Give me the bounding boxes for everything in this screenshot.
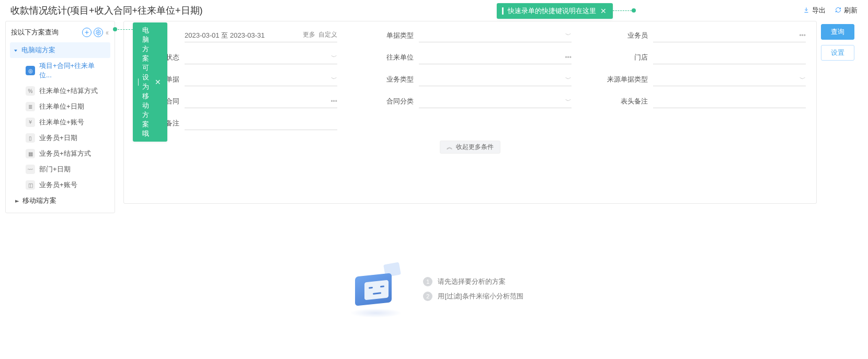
bill-status-select[interactable]: ﹀ xyxy=(185,51,337,64)
date-input[interactable]: 2023-03-01 至 2023-03-31 更多 自定义 xyxy=(185,29,337,42)
tree-group-desktop[interactable]: ▼ 电脑端方案 xyxy=(10,42,110,58)
export-button[interactable]: 导出 xyxy=(803,6,826,15)
caret-down-icon: ▼ xyxy=(13,48,18,52)
field-label: 门店 xyxy=(603,53,648,64)
step-number-icon: 1 xyxy=(423,277,432,286)
cube-icon: ◫ xyxy=(26,180,35,190)
tip-scheme-close-icon[interactable]: ✕ xyxy=(155,78,161,86)
field-source-bill-type: 来源单据类型 ﹀ xyxy=(603,73,806,86)
tree-item-unit-account[interactable]: ￥ 往来单位+账号 xyxy=(10,114,110,130)
more-dots-icon: ••• xyxy=(563,54,572,61)
tree-item-sales-settle[interactable]: ▦ 业务员+结算方式 xyxy=(10,146,110,161)
percent-icon: % xyxy=(26,86,35,96)
page-header: 收款情况统计(项目+收入合同+往来单位+日期) 快速录单的快捷键说明在这里 ✕ … xyxy=(0,0,868,21)
grid-icon: ▦ xyxy=(26,149,35,158)
chevron-down-icon: ﹀ xyxy=(329,75,337,84)
tree-item-label: 业务员+结算方式 xyxy=(39,149,91,158)
tip-shortcut-close-icon[interactable]: ✕ xyxy=(600,7,607,15)
tree-group-label: 电脑端方案 xyxy=(21,45,55,55)
field-contract-class: 合同分类 ﹀ xyxy=(369,95,572,108)
target-icon: ◎ xyxy=(26,66,35,75)
field-label: 表头备注 xyxy=(603,97,648,108)
scheme-sidebar: 按以下方案查询 « ▼ 电脑端方案 ◎ 项目+合同+往来单位... % 往来单位… xyxy=(5,21,115,213)
svg-point-0 xyxy=(98,32,99,33)
sidebar-title: 按以下方案查询 xyxy=(11,28,80,37)
chevron-down-icon: ﹀ xyxy=(563,31,572,40)
tree-group-label: 移动端方案 xyxy=(22,196,56,205)
partner-picker[interactable]: ••• xyxy=(419,51,572,64)
refresh-button[interactable]: 刷新 xyxy=(835,6,858,15)
add-scheme-button[interactable] xyxy=(82,28,92,37)
biz-type-select[interactable]: ﹀ xyxy=(419,73,572,86)
empty-step-1: 1 请先选择要分析的方案 xyxy=(423,277,523,286)
date-tabs: 更多 自定义 xyxy=(303,30,337,40)
chevron-up-icon: ︽ xyxy=(447,143,453,152)
tip-connector xyxy=(613,10,632,11)
income-contract-picker[interactable]: ••• xyxy=(185,95,337,108)
empty-steps: 1 请先选择要分析的方案 2 用[过滤]条件来缩小分析范围 xyxy=(423,272,523,306)
tip-dot xyxy=(632,8,636,13)
chevron-down-icon: ﹀ xyxy=(797,75,806,84)
date-tab-custom[interactable]: 自定义 xyxy=(318,30,337,40)
settings-button[interactable]: 设置 xyxy=(821,45,854,61)
tip-scheme-text: 电脑方案可设为移动方案哦 xyxy=(142,26,151,138)
more-dots-icon: ••• xyxy=(797,32,806,39)
trend-icon: 〰 xyxy=(26,165,35,174)
tree-item-sales-account[interactable]: ◫ 业务员+账号 xyxy=(10,177,110,193)
tree-item-sales-date[interactable]: ▯ 业务员+日期 xyxy=(10,130,110,146)
tip-scheme: 电脑方案可设为移动方案哦 ✕ xyxy=(133,22,167,142)
step-number-icon: 2 xyxy=(423,292,432,301)
body-remark-input[interactable] xyxy=(185,117,337,130)
header-actions: 导出 刷新 xyxy=(803,6,858,15)
date-tab-more[interactable]: 更多 xyxy=(303,30,315,40)
chart-icon: ▯ xyxy=(26,133,35,143)
tip-dot-sidebar xyxy=(113,27,117,31)
step-text: 请先选择要分析的方案 xyxy=(438,277,506,286)
field-label: 合同分类 xyxy=(369,97,414,108)
chevron-down-icon: ﹀ xyxy=(563,97,572,106)
bill-type-select[interactable]: ﹀ xyxy=(419,29,572,42)
field-header-remark: 表头备注 xyxy=(603,95,806,108)
field-label: 往来单位 xyxy=(369,53,414,64)
tip-accent-bar xyxy=(502,7,504,15)
field-label: 单据类型 xyxy=(369,31,414,42)
tree-item-project-contract[interactable]: ◎ 项目+合同+往来单位... xyxy=(10,58,110,83)
store-input[interactable] xyxy=(653,51,806,64)
scheme-settings-button[interactable] xyxy=(94,28,103,37)
tip-shortcut-text: 快速录单的快捷键说明在这里 xyxy=(508,6,596,16)
step-text: 用[过滤]条件来缩小分析范围 xyxy=(438,292,523,301)
tree-item-label: 往来单位+日期 xyxy=(39,102,84,111)
tree-item-dept-date[interactable]: 〰 部门+日期 xyxy=(10,161,110,177)
tree-group-mobile[interactable]: ▶ 移动端方案 xyxy=(10,193,110,209)
tree-item-unit-date[interactable]: ≣ 往来单位+日期 xyxy=(10,99,110,114)
salesman-picker[interactable]: ••• xyxy=(653,29,806,42)
header-remark-input[interactable] xyxy=(653,95,806,108)
collapse-filters-button[interactable]: ︽ 收起更多条件 xyxy=(440,141,500,154)
empty-state: 1 请先选择要分析的方案 2 用[过滤]条件来缩小分析范围 xyxy=(0,260,868,318)
search-button[interactable]: 查询 xyxy=(821,24,854,40)
source-bill-type-select[interactable]: ﹀ xyxy=(653,73,806,86)
contract-class-select[interactable]: ﹀ xyxy=(419,95,572,108)
tip-connector-sidebar xyxy=(115,29,133,30)
sidebar-collapse-icon[interactable]: « xyxy=(106,28,108,37)
filter-panel: 2023-03-01 至 2023-03-31 更多 自定义 单据类型 ﹀ 业务… xyxy=(123,21,817,204)
more-dots-icon: ••• xyxy=(328,98,337,105)
page-title: 收款情况统计(项目+收入合同+往来单位+日期) xyxy=(10,4,203,17)
field-store: 门店 xyxy=(603,51,806,64)
refresh-icon xyxy=(835,7,841,15)
money-icon: ￥ xyxy=(26,118,35,127)
sidebar-header: 按以下方案查询 « xyxy=(10,26,110,42)
tip-shortcut: 快速录单的快捷键说明在这里 ✕ xyxy=(497,3,613,19)
tree-item-unit-settle[interactable]: % 往来单位+结算方式 xyxy=(10,83,110,99)
list-icon: ≣ xyxy=(26,102,35,111)
export-icon xyxy=(803,7,809,15)
field-label: 来源单据类型 xyxy=(603,75,648,86)
tree-item-label: 部门+日期 xyxy=(39,165,71,174)
chevron-down-icon: ﹀ xyxy=(329,53,337,62)
field-label: 业务员 xyxy=(603,31,648,42)
refresh-label: 刷新 xyxy=(844,6,858,15)
tree-item-label: 业务员+账号 xyxy=(39,180,77,190)
field-biz-type: 业务类型 ﹀ xyxy=(369,73,572,86)
empty-step-2: 2 用[过滤]条件来缩小分析范围 xyxy=(423,292,523,301)
source-bill-select[interactable]: ﹀ xyxy=(185,73,337,86)
